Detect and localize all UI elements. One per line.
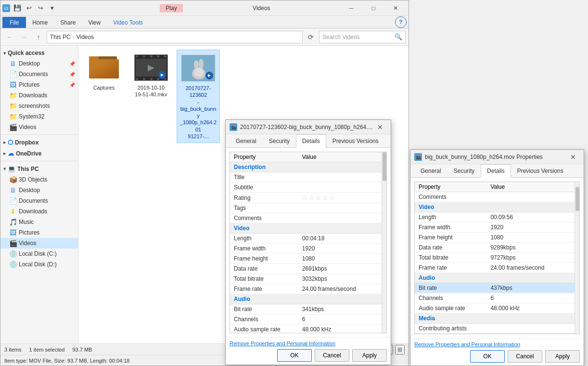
sidebar-item-music-pc[interactable]: 🎵 Music xyxy=(0,217,78,227)
close-button[interactable]: ✕ xyxy=(384,0,407,16)
selected-size: 93.7 MB xyxy=(72,347,92,353)
dialog2-close-button[interactable]: ✕ xyxy=(566,150,580,164)
film-hole xyxy=(136,78,138,80)
search-placeholder: Search Videos xyxy=(322,34,360,40)
mkv-name: 2019-10-1019-51-40.mkv xyxy=(135,84,167,98)
desktop-pc-icon: 🖥 xyxy=(9,186,17,194)
dialog1-props-scroll[interactable]: Property Value Description Title Subtitl… xyxy=(230,152,382,333)
sidebar-dropbox-header[interactable]: ▸ ⬡ Dropbox xyxy=(0,137,78,148)
videos-pc-icon: 🎬 xyxy=(9,239,17,247)
tab-file[interactable]: File xyxy=(2,17,26,28)
sidebar-quickaccess-header[interactable]: ▾ Quick access xyxy=(0,48,78,58)
bunny-name: 20170727-123602-big_buck_bunny_1080p_h26… xyxy=(179,85,217,140)
tab-share[interactable]: Share xyxy=(54,17,82,28)
dialog1-row-comments: Comments xyxy=(230,213,382,223)
dialog2-row-year: Year xyxy=(415,334,575,334)
minimize-button[interactable]: ─ xyxy=(340,0,362,16)
pictures-pc-icon: 🖼 xyxy=(9,229,17,236)
sidebar-item-documents-pc[interactable]: 📄 Documents xyxy=(0,196,78,206)
sidebar-item-videos-quick[interactable]: 🎬 Videos xyxy=(0,122,78,132)
onedrive-icon: ☁ xyxy=(8,150,14,157)
dialog2-row-datarate: Data rate9289kbps xyxy=(415,243,575,253)
maximize-button[interactable]: □ xyxy=(362,0,384,16)
dialog1-ok-button[interactable]: OK xyxy=(277,349,312,362)
dialog1-tabs: General Security Details Previous Versio… xyxy=(226,134,391,148)
sidebar-divider1 xyxy=(0,134,78,135)
large-icons-view-button[interactable]: ⊞ xyxy=(395,345,405,354)
dialog2-apply-button[interactable]: Apply xyxy=(545,350,580,363)
svg-point-4 xyxy=(194,67,204,77)
help-button[interactable]: ? xyxy=(395,16,407,28)
address-box[interactable]: This PC › Videos xyxy=(47,31,303,43)
sidebar-item-3dobjects[interactable]: 📦 3D Objects xyxy=(0,174,78,185)
folder-thumb-wrap xyxy=(87,53,121,81)
tab-home[interactable]: Home xyxy=(26,17,54,28)
qat-undo-button[interactable]: ↩ xyxy=(24,3,34,13)
file-item-mkv[interactable]: ▶ ▶ 2019-10-1019- xyxy=(129,50,173,143)
3dobjects-icon: 📦 xyxy=(9,176,17,183)
film-hole xyxy=(143,78,145,80)
sidebar-item-desktop-pc[interactable]: 🖥 Desktop xyxy=(0,185,78,196)
file-item-captures[interactable]: Captures xyxy=(82,50,126,143)
sidebar-item-documents[interactable]: 📄 Documents 📌 xyxy=(0,69,78,79)
dialog2-row-totalbitrate: Total bitrate9727kbps xyxy=(415,253,575,263)
dialog1-tab-prevversions[interactable]: Previous Versions xyxy=(326,134,385,147)
film-hole xyxy=(157,55,159,57)
sidebar-item-desktop[interactable]: 🖥 Desktop 📌 xyxy=(0,58,78,69)
qat-save-button[interactable]: 💾 xyxy=(12,3,23,13)
dialog2-tab-security[interactable]: Security xyxy=(447,164,481,177)
dialog1-apply-button[interactable]: Apply xyxy=(352,349,387,362)
dialog2-row-comments: Comments xyxy=(415,192,575,202)
sidebar-item-localdisk-c[interactable]: 💿 Local Disk (C:) xyxy=(0,248,78,259)
dialog1-close-button[interactable]: ✕ xyxy=(373,120,387,134)
dialog1-row-tags: Tags xyxy=(230,203,382,213)
sidebar-item-downloads[interactable]: 📁 Downloads xyxy=(0,90,78,101)
thispc-label: This PC xyxy=(17,166,39,172)
file-item-bunny[interactable]: ▶ 20170727-123602-big_buck_bunny_1080p_h… xyxy=(177,50,220,143)
dialog2-footer: Remove Properties and Personal Informati… xyxy=(410,338,584,366)
dialog2-scrollbar[interactable] xyxy=(575,182,579,334)
sidebar-item-downloads-pc[interactable]: ⬇ Downloads xyxy=(0,206,78,217)
back-button[interactable]: ← xyxy=(3,31,16,43)
qat-dropdown-button[interactable]: ▾ xyxy=(47,3,57,13)
refresh-button[interactable]: ⟳ xyxy=(305,31,317,43)
sidebar-downloads-pc-label: Downloads xyxy=(19,208,47,215)
dialog1-scrollbar[interactable] xyxy=(382,152,386,333)
rating-stars: ☆☆☆☆☆ xyxy=(302,194,336,201)
sidebar-item-system32[interactable]: 📁 System32 xyxy=(0,111,78,122)
up-button[interactable]: ↑ xyxy=(32,31,45,43)
qat-redo-button[interactable]: ↪ xyxy=(35,3,46,13)
sidebar-item-videos-pc[interactable]: 🎬 Videos xyxy=(0,238,78,248)
dialog2-tab-prevversions[interactable]: Previous Versions xyxy=(511,164,570,177)
dialog2-cancel-button[interactable]: Cancel xyxy=(508,350,542,363)
search-icon: 🔍 xyxy=(395,33,402,40)
thispc-chevron-icon: ▾ xyxy=(3,166,6,171)
sidebar-item-pictures-pc[interactable]: 🖼 Pictures xyxy=(0,227,78,238)
tab-view[interactable]: View xyxy=(82,17,107,28)
title-bar: 🗂 💾 ↩ ↪ ▾ Play Videos ─ □ ✕ xyxy=(0,0,409,16)
dialog2-props-scroll[interactable]: Property Value Comments Video Length00:0… xyxy=(415,182,575,334)
sidebar-item-screenshots[interactable]: 📁 screenshots xyxy=(0,101,78,111)
sidebar-item-pictures[interactable]: 🖼 Pictures 📌 xyxy=(0,79,78,90)
dialog2-remove-link[interactable]: Remove Properties and Personal Informati… xyxy=(414,341,580,347)
sidebar-item-localdisk-d[interactable]: 💿 Local Disk (D:) xyxy=(0,259,78,270)
folder-front xyxy=(89,59,119,78)
dialog1-tab-details[interactable]: Details xyxy=(296,134,326,148)
tab-video-tools[interactable]: Video Tools xyxy=(107,17,149,28)
sidebar-onedrive-header[interactable]: ▸ ☁ OneDrive xyxy=(0,148,78,159)
dialog1-remove-link[interactable]: Remove Properties and Personal Informati… xyxy=(230,340,387,346)
dialog1-tab-security[interactable]: Security xyxy=(263,134,296,147)
search-box[interactable]: Search Videos 🔍 xyxy=(319,31,406,43)
dialog2-tab-general[interactable]: General xyxy=(414,164,447,177)
sidebar-screenshots-label: screenshots xyxy=(19,103,50,109)
dialog2-tab-details[interactable]: Details xyxy=(481,164,511,178)
film-hole xyxy=(150,55,153,57)
forward-button[interactable]: → xyxy=(18,31,30,43)
dialog1-cancel-button[interactable]: Cancel xyxy=(315,349,349,362)
dialog1-body: Property Value Description Title Subtitl… xyxy=(226,148,391,337)
sidebar-thispc-header[interactable]: ▾ 💻 This PC xyxy=(0,163,78,174)
dialog2-ok-button[interactable]: OK xyxy=(470,350,505,363)
window-controls: ─ □ ✕ xyxy=(340,0,407,16)
dialog1-row-framewidth: Frame width1920 xyxy=(230,244,382,254)
dialog1-tab-general[interactable]: General xyxy=(230,134,263,147)
